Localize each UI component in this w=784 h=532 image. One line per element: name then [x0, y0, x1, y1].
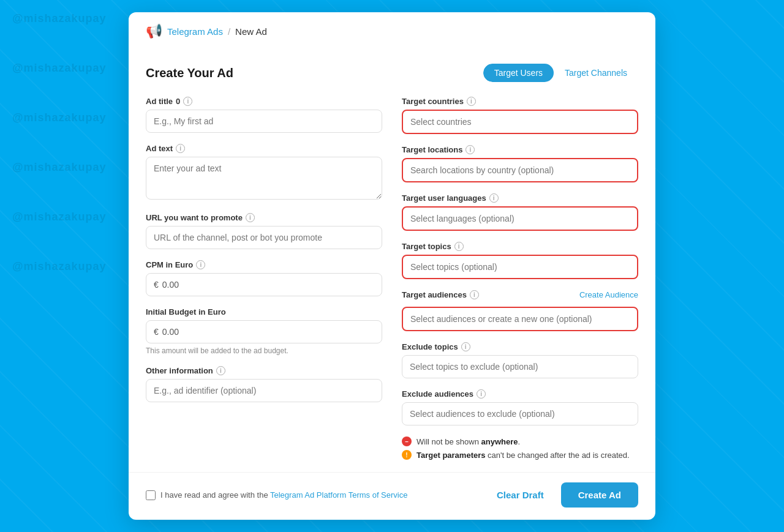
- target-topics-field: Target topics i: [402, 242, 638, 279]
- target-countries-label: Target countries i: [402, 97, 638, 106]
- breadcrumb-current-page: New Ad: [235, 26, 267, 37]
- breadcrumb: 📢 Telegram Ads / New Ad: [129, 12, 655, 49]
- terms-link[interactable]: Telegram Ad Platform Terms of Service: [270, 490, 407, 500]
- telegram-icon: 📢: [146, 23, 162, 39]
- target-locked-icon: !: [402, 450, 412, 460]
- ad-text-field: Ad text i: [146, 144, 382, 202]
- target-languages-input[interactable]: [402, 206, 638, 231]
- left-column: Ad title 0 i Ad text i: [146, 97, 382, 460]
- create-audience-link[interactable]: Create Audience: [579, 290, 638, 299]
- modal-footer: I have read and agree with the Telegram …: [129, 472, 655, 520]
- target-languages-label: Target user languages i: [402, 193, 638, 203]
- target-channels-button[interactable]: Target Channels: [554, 64, 638, 82]
- exclude-topics-field: Exclude topics i: [402, 342, 638, 378]
- target-locations-info-icon[interactable]: i: [466, 145, 475, 154]
- target-topics-input[interactable]: [402, 255, 638, 279]
- exclude-audiences-input[interactable]: [402, 402, 638, 425]
- target-toggle-group: Target Users Target Channels: [483, 64, 638, 82]
- initial-budget-hint: This amount will be added to the ad budg…: [146, 347, 382, 355]
- target-users-button[interactable]: Target Users: [483, 64, 554, 82]
- other-info-input[interactable]: [146, 379, 382, 402]
- terms-checkbox[interactable]: [146, 490, 156, 500]
- exclude-topics-input[interactable]: [402, 355, 638, 378]
- target-languages-info-icon[interactable]: i: [489, 193, 499, 203]
- ad-text-input[interactable]: [146, 157, 382, 200]
- cpm-input-wrap: €: [146, 273, 382, 296]
- target-topics-label: Target topics i: [402, 242, 638, 251]
- terms-label[interactable]: I have read and agree with the Telegram …: [160, 490, 407, 500]
- target-countries-info-icon[interactable]: i: [467, 97, 476, 106]
- cpm-field: CPM in Euro i €: [146, 260, 382, 296]
- exclude-audiences-field: Exclude audiences i: [402, 389, 638, 425]
- target-countries-input[interactable]: [402, 110, 638, 134]
- exclude-topics-label: Exclude topics i: [402, 342, 638, 351]
- page-title: Create Your Ad: [146, 66, 233, 80]
- other-info-icon[interactable]: i: [216, 366, 225, 375]
- create-ad-button[interactable]: Create Ad: [561, 482, 638, 508]
- budget-euro-symbol: €: [154, 327, 159, 337]
- target-audiences-info-icon[interactable]: i: [470, 290, 479, 299]
- target-countries-field: Target countries i: [402, 97, 638, 134]
- target-audiences-label: Target audiences i: [402, 290, 479, 299]
- modal-body: Create Your Ad Target Users Target Chann…: [129, 49, 655, 472]
- ad-text-label: Ad text i: [146, 144, 382, 153]
- status-messages: – Will not be shown anywhere. ! Target p…: [402, 436, 638, 460]
- target-topics-info-icon[interactable]: i: [454, 242, 464, 251]
- url-input[interactable]: [146, 226, 382, 249]
- url-label: URL you want to promote i: [146, 213, 382, 222]
- right-column: Target countries i Target locations i: [402, 97, 638, 460]
- initial-budget-input[interactable]: [162, 321, 374, 343]
- breadcrumb-separator: /: [228, 26, 230, 37]
- ad-title-info-icon[interactable]: i: [183, 97, 192, 106]
- cpm-euro-symbol: €: [154, 280, 159, 290]
- form-columns: Ad title 0 i Ad text i: [146, 97, 638, 460]
- initial-budget-input-wrap: €: [146, 320, 382, 343]
- ad-title-label: Ad title 0 i: [146, 97, 382, 106]
- not-shown-text: Will not be shown anywhere.: [417, 437, 520, 446]
- url-field: URL you want to promote i: [146, 213, 382, 249]
- target-audiences-label-row: Target audiences i Create Audience: [402, 290, 638, 299]
- exclude-topics-info-icon[interactable]: i: [461, 342, 470, 351]
- cpm-input[interactable]: [162, 274, 374, 296]
- not-shown-icon: –: [402, 436, 412, 446]
- exclude-audiences-info-icon[interactable]: i: [477, 389, 486, 399]
- not-shown-status: – Will not be shown anywhere.: [402, 436, 638, 446]
- cpm-info-icon[interactable]: i: [196, 260, 205, 269]
- cpm-label: CPM in Euro i: [146, 260, 382, 269]
- target-locked-status: ! Target parameters can't be changed aft…: [402, 450, 638, 460]
- footer-actions: Clear Draft Create Ad: [487, 482, 638, 508]
- initial-budget-label: Initial Budget in Euro: [146, 307, 382, 317]
- form-header: Create Your Ad Target Users Target Chann…: [146, 64, 638, 82]
- other-info-field: Other information i: [146, 366, 382, 402]
- modal-container: 📢 Telegram Ads / New Ad Create Your Ad T…: [129, 12, 655, 520]
- initial-budget-field: Initial Budget in Euro € This amount wil…: [146, 307, 382, 355]
- ad-title-field: Ad title 0 i: [146, 97, 382, 133]
- ad-title-input[interactable]: [146, 110, 382, 133]
- target-locked-text: Target parameters can't be changed after…: [417, 451, 630, 460]
- target-locations-input[interactable]: [402, 158, 638, 182]
- target-languages-field: Target user languages i: [402, 193, 638, 231]
- url-info-icon[interactable]: i: [246, 213, 255, 222]
- breadcrumb-link-telegram-ads[interactable]: Telegram Ads: [167, 26, 223, 37]
- terms-checkbox-wrap: I have read and agree with the Telegram …: [146, 490, 480, 500]
- clear-draft-button[interactable]: Clear Draft: [487, 484, 554, 506]
- target-audiences-field: Target audiences i Create Audience: [402, 290, 638, 331]
- exclude-audiences-label: Exclude audiences i: [402, 389, 638, 399]
- target-audiences-input[interactable]: [402, 307, 638, 331]
- target-locations-field: Target locations i: [402, 145, 638, 182]
- other-info-label: Other information i: [146, 366, 382, 375]
- target-locations-label: Target locations i: [402, 145, 638, 154]
- ad-text-info-icon[interactable]: i: [176, 144, 185, 153]
